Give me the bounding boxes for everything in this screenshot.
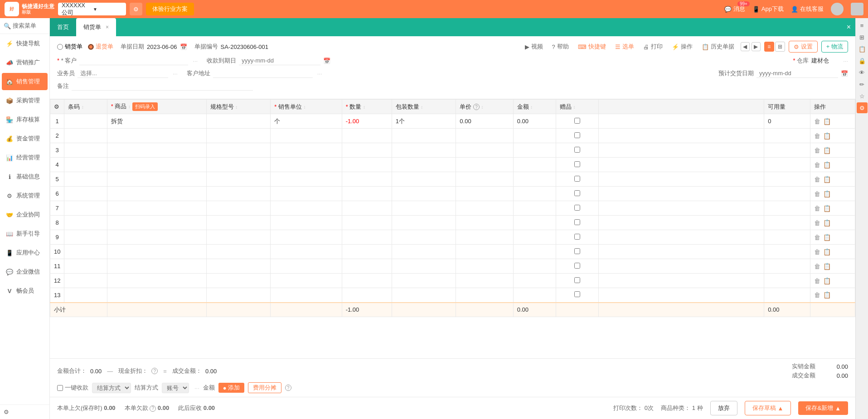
row-barcode[interactable]: [64, 245, 107, 259]
row-spec[interactable]: [206, 172, 271, 187]
row-quantity[interactable]: -1.00: [342, 114, 392, 129]
payment-method-select[interactable]: 结算方式: [92, 383, 131, 393]
row-price[interactable]: [456, 201, 513, 216]
row-unit[interactable]: [271, 274, 342, 288]
copy-icon[interactable]: 📋: [823, 263, 831, 270]
row-gift[interactable]: [556, 230, 598, 245]
gift-checkbox[interactable]: [574, 219, 580, 225]
rp-btn-5[interactable]: 👁: [857, 67, 868, 78]
rp-btn-7[interactable]: ☆: [857, 91, 868, 101]
row-product[interactable]: [107, 187, 206, 201]
row-amount[interactable]: [513, 245, 556, 259]
payment-cal-icon[interactable]: 📅: [323, 58, 330, 64]
row-gift[interactable]: [556, 129, 598, 143]
row-price[interactable]: [456, 216, 513, 230]
discount-info-icon[interactable]: ?: [151, 368, 158, 374]
one-click-payment-label[interactable]: 一键收款: [57, 384, 88, 392]
row-price[interactable]: [456, 230, 513, 245]
rp-btn-3[interactable]: 📋: [857, 43, 868, 54]
copy-icon[interactable]: 📋: [823, 176, 831, 183]
row-quantity[interactable]: [342, 201, 392, 216]
row-amount[interactable]: 0.00: [513, 114, 556, 129]
help-btn[interactable]: ? 帮助: [549, 42, 572, 52]
row-amount[interactable]: [513, 259, 556, 274]
sidebar-item-wechat[interactable]: 💬 企业微信: [2, 263, 48, 280]
delete-icon[interactable]: 🗑: [814, 291, 820, 299]
row-unit[interactable]: [271, 187, 342, 201]
owed-info-icon[interactable]: ?: [150, 405, 156, 412]
rp-btn-2[interactable]: ⊞: [857, 32, 868, 43]
tab-sales-order[interactable]: 销货单 ×: [76, 18, 116, 36]
row-product[interactable]: [107, 129, 206, 143]
gift-checkbox[interactable]: [574, 291, 580, 297]
gift-checkbox[interactable]: [574, 161, 580, 167]
payment-more[interactable]: ···: [194, 385, 199, 391]
row-amount[interactable]: [513, 216, 556, 230]
sidebar-item-guide[interactable]: 📖 新手引导: [2, 225, 48, 242]
row-barcode[interactable]: [64, 288, 107, 303]
row-spec[interactable]: [206, 143, 271, 158]
sidebar-item-operations[interactable]: 📊 经营管理: [2, 149, 48, 166]
row-product[interactable]: [107, 143, 206, 158]
row-barcode[interactable]: [64, 172, 107, 187]
th-gear[interactable]: ⚙: [50, 100, 64, 114]
gift-checkbox[interactable]: [574, 263, 580, 269]
setup-button[interactable]: ⚙ 设置: [789, 41, 818, 53]
gift-checkbox[interactable]: [574, 234, 580, 240]
app-download-button[interactable]: 📱 App下载: [752, 5, 784, 13]
row-spec[interactable]: [206, 114, 271, 129]
row-barcode[interactable]: [64, 129, 107, 143]
sidebar-item-sales[interactable]: 🏠 销售管理: [2, 73, 48, 90]
delete-icon[interactable]: 🗑: [814, 248, 820, 255]
row-unit[interactable]: [271, 201, 342, 216]
row-amount[interactable]: [513, 201, 556, 216]
salesperson-more[interactable]: ···: [173, 70, 178, 77]
notes-input[interactable]: [72, 82, 253, 91]
row-spec[interactable]: [206, 288, 271, 303]
tab-bar-close[interactable]: ×: [847, 23, 851, 31]
radio-return-input[interactable]: [88, 44, 94, 50]
copy-icon[interactable]: 📋: [823, 291, 831, 299]
sidebar-item-marketing[interactable]: 📣 营销推广: [2, 54, 48, 71]
row-quantity[interactable]: [342, 216, 392, 230]
gift-checkbox[interactable]: [574, 132, 580, 138]
row-price[interactable]: [456, 187, 513, 201]
copy-icon[interactable]: 📋: [823, 118, 831, 125]
row-spec[interactable]: [206, 129, 271, 143]
save-new-button[interactable]: 保存&新增 ▲: [798, 401, 848, 415]
one-click-payment-checkbox[interactable]: [57, 385, 63, 391]
sidebar-item-inventory[interactable]: 🏪 库存核算: [2, 111, 48, 128]
row-spec[interactable]: [206, 259, 271, 274]
row-barcode[interactable]: [64, 158, 107, 172]
row-barcode[interactable]: [64, 274, 107, 288]
row-packqty[interactable]: [392, 230, 456, 245]
row-amount[interactable]: [513, 129, 556, 143]
copy-icon[interactable]: 📋: [823, 132, 831, 140]
video-btn[interactable]: ▶ 视频: [522, 42, 546, 52]
row-product[interactable]: [107, 158, 206, 172]
row-spec[interactable]: [206, 201, 271, 216]
row-packqty[interactable]: [392, 143, 456, 158]
gift-checkbox[interactable]: [574, 248, 580, 254]
sidebar-item-apps[interactable]: 📱 应用中心: [2, 244, 48, 261]
gift-checkbox[interactable]: [574, 118, 580, 124]
row-barcode[interactable]: [64, 143, 107, 158]
gift-checkbox[interactable]: [574, 277, 580, 283]
abandon-button[interactable]: 放弃: [710, 401, 737, 415]
delete-icon[interactable]: 🗑: [814, 277, 820, 284]
row-quantity[interactable]: [342, 172, 392, 187]
save-draft-button[interactable]: 保存草稿 ▲: [745, 401, 791, 415]
row-unit[interactable]: [271, 245, 342, 259]
row-packqty[interactable]: [392, 259, 456, 274]
row-amount[interactable]: [513, 158, 556, 172]
row-quantity[interactable]: [342, 143, 392, 158]
row-unit[interactable]: [271, 129, 342, 143]
rp-btn-8[interactable]: ⚙: [857, 102, 868, 113]
row-product[interactable]: [107, 288, 206, 303]
sidebar-item-system[interactable]: ⚙ 系统管理: [2, 187, 48, 204]
radio-sales-input[interactable]: [57, 44, 63, 50]
row-amount[interactable]: [513, 274, 556, 288]
copy-icon[interactable]: 📋: [823, 205, 831, 212]
row-barcode[interactable]: [64, 259, 107, 274]
row-price[interactable]: [456, 259, 513, 274]
